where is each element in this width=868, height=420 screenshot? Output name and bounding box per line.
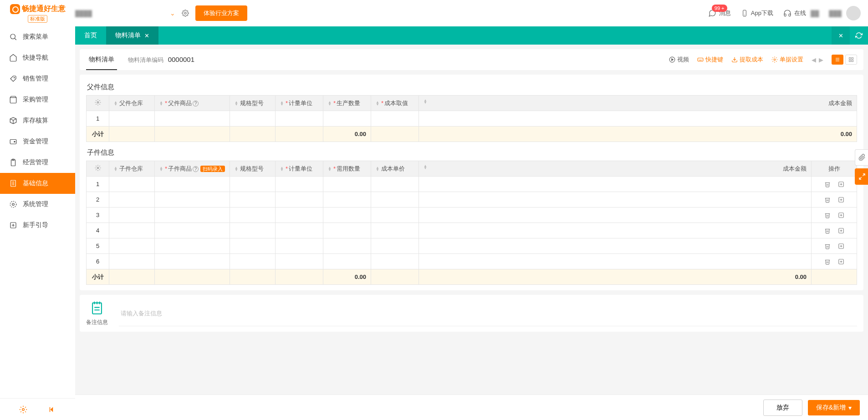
add-row-icon[interactable] <box>838 228 844 234</box>
sidebar-item-label: 资金管理 <box>23 137 48 146</box>
org-selector[interactable]: ████ ⌄ <box>75 10 175 17</box>
doc-code-value: 0000001 <box>168 56 194 63</box>
doc-settings-link[interactable]: 单据设置 <box>771 56 803 64</box>
sidebar-item-7[interactable]: 基础信息 <box>0 173 75 194</box>
close-all-tabs-button[interactable]: ✕ <box>832 26 850 45</box>
col-child-uom[interactable]: ▲▼*计量单位 <box>276 161 323 177</box>
sidebar-item-8[interactable]: 系统管理 <box>0 194 75 215</box>
next-doc-button[interactable]: ▶ <box>819 56 823 63</box>
extract-cost-link[interactable]: 提取成本 <box>731 56 763 64</box>
discard-button[interactable]: 放弃 <box>763 400 802 416</box>
header-gear-icon[interactable] <box>182 10 189 17</box>
delete-row-icon[interactable] <box>824 258 831 265</box>
svg-line-4 <box>15 38 16 40</box>
svg-rect-1 <box>743 10 746 16</box>
col-parent-cost-amount[interactable]: ▲▼成本金额 <box>419 96 857 111</box>
delete-row-icon[interactable] <box>824 228 831 234</box>
table-row[interactable]: 4 <box>87 223 857 238</box>
refresh-button[interactable] <box>850 26 868 45</box>
sidebar-item-3[interactable]: 采购管理 <box>0 89 75 110</box>
svg-point-18 <box>22 408 25 410</box>
messages-button[interactable]: 99 + 消息 <box>708 9 731 17</box>
col-parent-spec[interactable]: ▲▼规格型号 <box>230 96 276 111</box>
expand-tab[interactable] <box>855 168 868 185</box>
remarks-input[interactable] <box>119 300 857 326</box>
col-parent-warehouse[interactable]: ▲▼父件仓库 <box>109 96 155 111</box>
table-row[interactable]: 3 <box>87 207 857 223</box>
table-row[interactable]: 2 <box>87 192 857 207</box>
table-row[interactable]: 5 <box>87 238 857 254</box>
chevron-down-icon: ⌄ <box>170 10 175 17</box>
delete-row-icon[interactable] <box>824 212 831 218</box>
card-view-button[interactable] <box>845 55 857 65</box>
headset-icon <box>783 9 791 17</box>
tab-home[interactable]: 首页 <box>75 26 106 45</box>
delete-row-icon[interactable] <box>824 197 831 203</box>
wallet-icon <box>9 137 17 146</box>
help-icon[interactable]: ? <box>193 166 199 172</box>
child-table: ▲▼子件仓库 ▲▼*子件商品?扫码录入 ▲▼规格型号 ▲▼*计量单位 ▲▼*需用… <box>86 161 857 285</box>
refresh-icon <box>855 32 863 39</box>
parent-section-title: 父件信息 <box>87 83 857 91</box>
tab-bom[interactable]: 物料清单 ✕ <box>106 26 158 45</box>
col-parent-cost-method[interactable]: ▲▼*成本取值 <box>371 96 419 111</box>
setting-icon <box>9 200 17 208</box>
sidebar-item-6[interactable]: 经营管理 <box>0 152 75 173</box>
column-settings-icon[interactable] <box>95 165 101 171</box>
user-menu[interactable]: ███ <box>829 6 861 20</box>
add-row-icon[interactable] <box>838 181 844 187</box>
sidebar-item-0[interactable]: 搜索菜单 <box>0 26 75 47</box>
svg-point-8 <box>14 141 15 142</box>
close-icon[interactable]: ✕ <box>144 32 149 39</box>
attachment-tab[interactable] <box>855 149 868 166</box>
col-parent-uom[interactable]: ▲▼*计量单位 <box>276 96 323 111</box>
table-row[interactable]: 1 <box>87 111 857 127</box>
delete-row-icon[interactable] <box>824 243 831 249</box>
trial-button[interactable]: 体验行业方案 <box>195 5 247 21</box>
online-support-button[interactable]: 在线 ██ <box>783 9 819 17</box>
column-settings-icon[interactable] <box>95 99 101 106</box>
sidebar-item-1[interactable]: 快捷导航 <box>0 47 75 68</box>
add-row-icon[interactable] <box>838 197 844 203</box>
notepad-icon <box>89 300 105 316</box>
table-row[interactable]: 1 <box>87 177 857 192</box>
inner-tab-bom[interactable]: 物料清单 <box>86 54 117 66</box>
logo-area: 畅捷通好生意 标准版 <box>0 4 75 23</box>
sidebar-item-4[interactable]: 库存核算 <box>0 110 75 131</box>
sidebar-item-2[interactable]: 销售管理 <box>0 68 75 89</box>
app-download-button[interactable]: App下载 <box>741 9 773 17</box>
col-child-qty[interactable]: ▲▼*需用数量 <box>323 161 371 177</box>
sidebar-item-5[interactable]: 资金管理 <box>0 131 75 152</box>
parent-subtotal-row: 小计 0.00 0.00 <box>87 127 857 142</box>
sidebar-item-9[interactable]: 新手引导 <box>0 215 75 236</box>
collapse-sidebar-icon[interactable] <box>48 405 56 414</box>
sidebar: 搜索菜单快捷导航销售管理采购管理库存核算资金管理经营管理基础信息系统管理新手引导 <box>0 26 75 420</box>
add-row-icon[interactable] <box>838 258 844 265</box>
col-child-spec[interactable]: ▲▼规格型号 <box>230 161 276 177</box>
add-row-icon[interactable] <box>838 243 844 249</box>
settings-icon[interactable] <box>19 405 27 414</box>
table-row[interactable]: 6 <box>87 254 857 269</box>
col-child-cost-amount[interactable]: ▲▼成本金额 <box>419 161 812 177</box>
sidebar-item-label: 销售管理 <box>23 75 48 83</box>
scan-input-button[interactable]: 扫码录入 <box>200 166 225 172</box>
prev-doc-button[interactable]: ◀ <box>812 56 816 63</box>
doc-icon <box>9 179 17 187</box>
col-parent-product[interactable]: ▲▼*父件商品? <box>155 96 230 111</box>
remarks-panel: 备注信息 <box>80 295 863 332</box>
col-parent-qty[interactable]: ▲▼*生产数量 <box>323 96 371 111</box>
shortcut-link[interactable]: 快捷键 <box>697 56 723 64</box>
messages-badge: 99 + <box>712 5 727 12</box>
add-row-icon[interactable] <box>838 212 844 218</box>
svg-rect-21 <box>698 58 703 61</box>
help-icon[interactable]: ? <box>193 101 199 106</box>
delete-row-icon[interactable] <box>824 181 831 187</box>
col-child-warehouse[interactable]: ▲▼子件仓库 <box>109 161 155 177</box>
video-link[interactable]: 视频 <box>669 56 689 64</box>
list-view-button[interactable] <box>832 55 843 65</box>
svg-point-0 <box>184 12 186 14</box>
phone-icon <box>741 10 748 17</box>
col-child-product[interactable]: ▲▼*子件商品?扫码录入 <box>155 161 230 177</box>
save-new-button[interactable]: 保存&新增 ▾ <box>808 400 860 415</box>
col-child-unit-cost[interactable]: ▲▼成本单价 <box>371 161 419 177</box>
